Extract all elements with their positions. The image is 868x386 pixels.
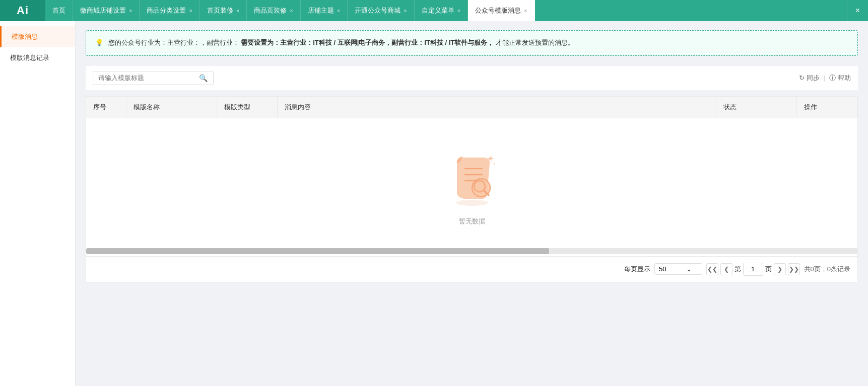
notice-box: 💡 您的公众号行业为：主营行业：，副营行业： 需要设置为：主营行业：IT科技 /… xyxy=(86,30,858,56)
empty-state: 暂无数据 xyxy=(86,118,857,246)
tab-close-store-theme[interactable]: × xyxy=(337,8,340,14)
help-icon: ⓘ xyxy=(829,73,836,83)
page-last-button[interactable]: ❯❯ xyxy=(788,263,800,275)
help-label: 帮助 xyxy=(838,73,851,83)
sync-label: 同步 xyxy=(807,73,820,83)
page-size-label: 每页显示 xyxy=(624,265,650,274)
svg-point-8 xyxy=(493,163,495,165)
tab-open-mall[interactable]: 开通公众号商城× xyxy=(348,0,414,21)
page-next-button[interactable]: ❯ xyxy=(774,263,786,275)
sync-button[interactable]: ↻ 同步 xyxy=(799,73,820,83)
notice-suffix: 才能正常发送预置的消息。 xyxy=(496,39,574,46)
table-col-index: 序号 xyxy=(86,97,126,118)
table-col-name: 模版名称 xyxy=(126,97,217,118)
global-close-button[interactable]: × xyxy=(847,0,868,21)
data-table: 序号模版名称模版类型消息内容状态操作 xyxy=(86,96,858,282)
tab-store-theme[interactable]: 店铺主题× xyxy=(301,0,348,21)
page-prev-button[interactable]: ❮ xyxy=(720,263,732,275)
tab-template-msg[interactable]: 公众号模版消息× xyxy=(468,0,535,21)
top-nav: Ai 首页微商城店铺设置×商品分类设置×首页装修×商品页装修×店铺主题×开通公众… xyxy=(0,0,868,21)
tab-product-decor[interactable]: 商品页装修× xyxy=(247,0,300,21)
table-col-type: 模版类型 xyxy=(217,97,278,118)
search-input-wrapper[interactable]: 🔍 xyxy=(93,71,214,85)
table-col-status: 状态 xyxy=(716,97,797,118)
tab-close-product-category[interactable]: × xyxy=(189,8,192,14)
page-label: 第 xyxy=(735,265,741,274)
empty-illustration xyxy=(442,148,502,209)
scroll-thumb[interactable] xyxy=(86,248,549,254)
page-navigation: ❮❮ ❮ 第 页 ❯ ❯❯ xyxy=(706,263,800,276)
help-button[interactable]: ⓘ 帮助 xyxy=(829,73,851,83)
tab-home[interactable]: 首页 xyxy=(45,0,73,21)
page-first-button[interactable]: ❮❮ xyxy=(706,263,718,275)
empty-text: 暂无数据 xyxy=(459,217,485,226)
search-bar: 🔍 ↻ 同步 | ⓘ 帮助 xyxy=(86,66,858,90)
app-logo: Ai xyxy=(0,0,45,21)
sync-icon: ↻ xyxy=(799,74,805,82)
tab-home-decor[interactable]: 首页装修× xyxy=(200,0,247,21)
tab-close-home-decor[interactable]: × xyxy=(236,8,239,14)
sidebar-item-template-message-log[interactable]: 模版消息记录 xyxy=(0,47,75,68)
pagination: 每页显示 50 10 20 100 ⌄ ❮❮ ❮ 第 页 ❯ xyxy=(86,256,857,282)
tab-close-product-decor[interactable]: × xyxy=(290,8,293,14)
tab-close-template-msg[interactable]: × xyxy=(524,8,527,14)
notice-prefix: 您的公众号行业为：主营行业：，副营行业： xyxy=(108,39,239,46)
page-size-select[interactable]: 50 10 20 100 ⌄ xyxy=(654,263,702,275)
sidebar: 模版消息模版消息记录 xyxy=(0,21,76,386)
search-icon[interactable]: 🔍 xyxy=(199,74,208,82)
tab-custom-menu[interactable]: 自定义菜单× xyxy=(415,0,468,21)
tab-close-custom-menu[interactable]: × xyxy=(457,8,460,14)
tab-close-open-mall[interactable]: × xyxy=(404,8,407,14)
page-suffix: 页 xyxy=(765,265,772,274)
page-size-dropdown[interactable]: 50 10 20 100 xyxy=(659,265,684,273)
table-col-action: 操作 xyxy=(797,97,857,118)
dropdown-icon: ⌄ xyxy=(686,265,692,273)
svg-point-0 xyxy=(456,200,488,206)
notice-highlight: 需要设置为：主营行业：IT科技 / 互联网|电子商务，副营行业：IT科技 / I… xyxy=(241,39,494,46)
tab-weshop-settings[interactable]: 微商城店铺设置× xyxy=(73,0,140,21)
table-header: 序号模版名称模版类型消息内容状态操作 xyxy=(86,97,857,118)
search-input[interactable] xyxy=(98,74,199,82)
page-input[interactable] xyxy=(743,263,763,276)
search-actions: ↻ 同步 | ⓘ 帮助 xyxy=(799,73,851,83)
sidebar-item-template-message[interactable]: 模版消息 xyxy=(0,26,75,47)
tab-close-weshop-settings[interactable]: × xyxy=(129,8,132,14)
tab-product-category[interactable]: 商品分类设置× xyxy=(140,0,199,21)
divider: | xyxy=(824,74,825,82)
notice-icon: 💡 xyxy=(95,39,103,46)
page-total: 共0页，0条记录 xyxy=(804,265,850,274)
main-content: 💡 您的公众号行业为：主营行业：，副营行业： 需要设置为：主营行业：IT科技 /… xyxy=(76,21,868,386)
horizontal-scrollbar[interactable] xyxy=(86,248,857,254)
table-col-content: 消息内容 xyxy=(278,97,716,118)
tab-bar: 首页微商城店铺设置×商品分类设置×首页装修×商品页装修×店铺主题×开通公众号商城… xyxy=(45,0,847,21)
main-layout: 模版消息模版消息记录 💡 您的公众号行业为：主营行业：，副营行业： 需要设置为：… xyxy=(0,21,868,386)
